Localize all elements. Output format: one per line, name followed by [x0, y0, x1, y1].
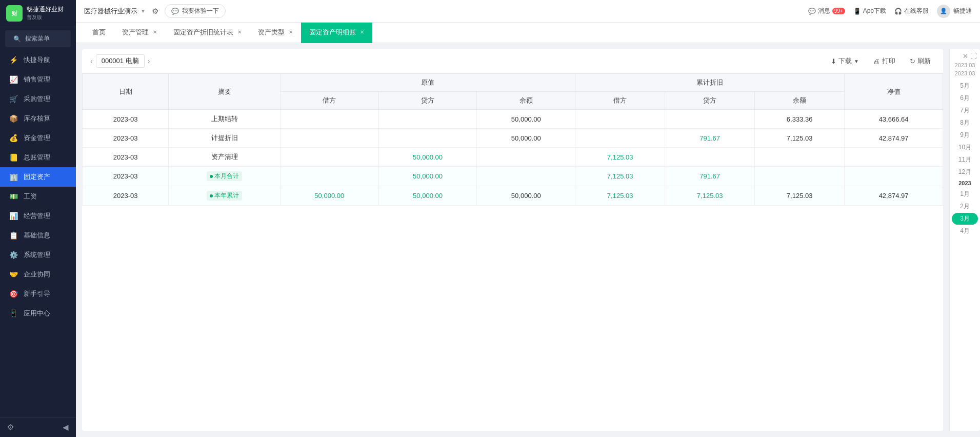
cell-orig-balance: 50,000.00 [477, 186, 575, 206]
purchase-icon: 🛒 [8, 95, 18, 103]
gear-icon[interactable]: ⚙ [152, 7, 158, 16]
sidebar-item-sales[interactable]: 📈 销售管理 [0, 70, 76, 89]
message-icon: 💬 [808, 8, 816, 15]
sidebar-item-ledger[interactable]: 📒 总账管理 [0, 148, 76, 167]
tab-depreciation-close[interactable]: ✕ [237, 29, 242, 35]
tab-asset-detail-close[interactable]: ✕ [360, 29, 364, 35]
cell-date: 2023-03 [83, 110, 169, 129]
user-area[interactable]: 👤 畅捷通 [937, 5, 972, 18]
fixed-assets-icon: 🏢 [8, 173, 18, 181]
sidebar-label-fixed-assets: 固定资产 [24, 172, 50, 182]
cell-acc-balance: 6,333.36 [755, 110, 845, 129]
timeline-year-header-2: 2023.03 [950, 69, 980, 77]
sidebar-item-purchase[interactable]: 🛒 采购管理 [0, 89, 76, 109]
timeline-month[interactable]: 1月 [952, 188, 978, 200]
timeline-close-btn[interactable]: ✕ [963, 52, 968, 60]
guide-icon: 🎯 [8, 290, 18, 298]
app-download-btn[interactable]: 📱 App下载 [853, 7, 886, 15]
print-icon: 🖨 [873, 57, 880, 65]
tab-bar: 首页 资产管理 ✕ 固定资产折旧统计表 ✕ 资产类型 ✕ 固定资产明细账 ✕ [76, 23, 980, 43]
sidebar-bottom: ⚙ ◀ [0, 417, 76, 437]
customer-service-btn[interactable]: 🎧 在线客服 [894, 7, 929, 15]
sidebar-item-basic-info[interactable]: 📋 基础信息 [0, 226, 76, 245]
search-menu-btn[interactable]: 🔍 搜索菜单 [5, 30, 71, 47]
timeline-month[interactable]: 10月 [952, 142, 978, 153]
cell-date: 2023-03 [83, 148, 169, 167]
col-accumulated: 累计折旧 [575, 74, 845, 92]
sidebar-item-finance[interactable]: 💰 资金管理 [0, 128, 76, 148]
timeline-month[interactable]: 3月 [952, 213, 978, 225]
timeline-month[interactable]: 6月 [952, 92, 978, 104]
download-btn[interactable]: ⬇ 下载 ▼ [827, 54, 863, 68]
message-btn[interactable]: 💬 消息 99+ [808, 7, 845, 15]
cell-acc-debit: 7,125.03 [575, 148, 665, 167]
timeline-month[interactable]: 12月 [952, 166, 978, 178]
cell-acc-credit: 791.67 [665, 129, 755, 148]
tab-asset-mgmt[interactable]: 资产管理 ✕ [114, 23, 165, 43]
collapse-icon[interactable]: ◀ [63, 423, 69, 432]
timeline-month[interactable]: 4月 [952, 225, 978, 237]
settings-bottom-icon[interactable]: ⚙ [7, 423, 14, 432]
sidebar-label-finance: 资金管理 [24, 133, 50, 143]
cell-orig-debit [280, 167, 378, 186]
sidebar-item-guide[interactable]: 🎯 新手引导 [0, 284, 76, 304]
tab-asset-mgmt-close[interactable]: ✕ [153, 29, 157, 35]
sidebar-label-sales: 销售管理 [24, 75, 50, 84]
refresh-btn[interactable]: ↻ 刷新 [906, 54, 935, 68]
timeline-items: 5月6月7月8月9月10月11月12月20231月2月3月4月 [950, 77, 980, 431]
cell-orig-balance [477, 148, 575, 167]
timeline-month[interactable]: 5月 [952, 80, 978, 92]
timeline-month[interactable]: 9月 [952, 129, 978, 141]
cell-acc-debit [575, 129, 665, 148]
logo-text-block: 畅捷通好业财 普及版 [27, 6, 64, 21]
timeline-month[interactable]: 8月 [952, 117, 978, 129]
sidebar-item-operations[interactable]: 📊 经营管理 [0, 206, 76, 226]
print-btn[interactable]: 🖨 打印 [869, 54, 899, 68]
cell-acc-credit [665, 110, 755, 129]
sidebar-item-enterprise[interactable]: 🤝 企业协同 [0, 265, 76, 284]
tab-asset-detail[interactable]: 固定资产明细账 ✕ [301, 23, 372, 43]
timeline-month[interactable]: 11月 [952, 154, 978, 166]
sidebar-item-inventory[interactable]: 📦 库存核算 [0, 109, 76, 128]
tab-asset-type[interactable]: 资产类型 ✕ [250, 23, 301, 43]
col-orig-balance: 余额 [477, 92, 575, 110]
cell-net [845, 167, 943, 186]
cell-acc-debit: 7,125.03 [575, 167, 665, 186]
tab-asset-detail-label: 固定资产明细账 [309, 28, 356, 37]
content-area: ‹ 000001 电脑 › ⬇ 下载 ▼ 🖨 打印 ↻ [76, 43, 980, 437]
tab-home[interactable]: 首页 [84, 23, 114, 43]
cell-orig-credit: 50,000.00 [378, 148, 477, 167]
experience-btn[interactable]: 💬 我要体验一下 [165, 4, 226, 18]
main-panel: ‹ 000001 电脑 › ⬇ 下载 ▼ 🖨 打印 ↻ [82, 49, 943, 431]
cell-orig-balance [477, 167, 575, 186]
asset-nav: ‹ 000001 电脑 › [90, 54, 150, 68]
tab-asset-type-close[interactable]: ✕ [289, 29, 293, 35]
cell-orig-debit: 50,000.00 [280, 186, 378, 206]
prev-asset-btn[interactable]: ‹ [90, 57, 93, 65]
company-selector[interactable]: 医疗器械行业演示 ▼ [84, 7, 146, 16]
cell-acc-balance [755, 167, 845, 186]
search-icon: 🔍 [13, 35, 21, 43]
tab-depreciation-stats[interactable]: 固定资产折旧统计表 ✕ [165, 23, 250, 43]
topbar-right: 💬 消息 99+ 📱 App下载 🎧 在线客服 👤 畅捷通 [808, 5, 972, 18]
sidebar-item-system[interactable]: ⚙️ 系统管理 [0, 245, 76, 265]
tab-home-label: 首页 [92, 28, 106, 37]
sidebar-item-payroll[interactable]: 💵 工资 [0, 187, 76, 206]
cell-acc-credit: 7,125.03 [665, 186, 755, 206]
sidebar-item-fixed-assets[interactable]: 🏢 固定资产 [0, 167, 76, 187]
timeline-month[interactable]: 2023 [950, 178, 980, 188]
col-acc-debit: 借方 [575, 92, 665, 110]
cell-orig-debit [280, 110, 378, 129]
company-name: 医疗器械行业演示 [84, 7, 137, 16]
basic-info-icon: 📋 [8, 231, 18, 240]
enterprise-icon: 🤝 [8, 270, 18, 279]
avatar: 👤 [937, 5, 950, 18]
col-orig-credit: 贷方 [378, 92, 477, 110]
cell-date: 2023-03 [83, 167, 169, 186]
sidebar-item-app-center[interactable]: 📱 应用中心 [0, 304, 76, 323]
timeline-expand-btn[interactable]: ⛶ [970, 52, 977, 60]
next-asset-btn[interactable]: › [148, 57, 150, 65]
sidebar-item-quick-nav[interactable]: ⚡ 快捷导航 [0, 50, 76, 70]
timeline-month[interactable]: 2月 [952, 201, 978, 212]
timeline-month[interactable]: 7月 [952, 105, 978, 116]
